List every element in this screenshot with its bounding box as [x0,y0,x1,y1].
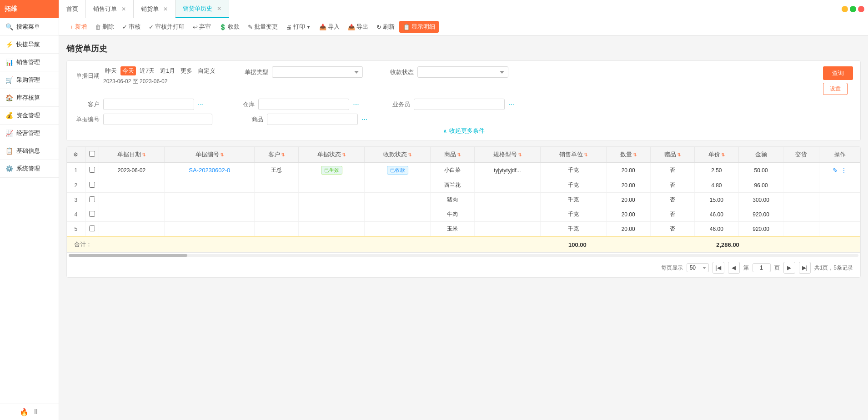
customer-ellipsis[interactable]: ··· [198,100,204,109]
th-gift[interactable]: 赠品⇅ [650,147,694,163]
show-detail-button[interactable]: 📋 显示明细 [399,21,439,33]
cell-checkbox-0[interactable] [85,163,99,178]
print-button[interactable]: 🖨 打印 ▼ [282,21,315,33]
date-shortcut-1month[interactable]: 近1月 [158,66,177,75]
settings-button[interactable]: 设置 [823,83,848,95]
tab-sales-delivery[interactable]: 销货单 ✕ [134,0,176,18]
sidebar-item-sys-mgmt[interactable]: ⚙️ 系统管理 [0,160,59,178]
th-unit-price[interactable]: 单价⇅ [694,147,738,163]
next-page-button[interactable]: ▶ [783,262,795,274]
payment-status-select[interactable] [417,66,508,78]
product-ellipsis[interactable]: ··· [361,115,367,124]
th-qty[interactable]: 数量⇅ [606,147,650,163]
th-product[interactable]: 商品⇅ [430,147,474,163]
row-checkbox-0[interactable] [89,167,95,173]
sidebar-bottom-icon2[interactable]: ⏸ [32,408,40,416]
page-size-select[interactable]: 50 100 200 [687,263,709,272]
new-button[interactable]: + 新增 [66,21,90,33]
cell-checkbox-3[interactable] [85,207,99,222]
tab-home[interactable]: 首页 [59,0,86,18]
page-number-input[interactable] [753,263,771,272]
sidebar-item-base-info[interactable]: 📋 基础信息 [0,142,59,160]
page-title: 销货单历史 [66,43,861,54]
cell-doc-no-2[interactable] [165,193,255,207]
sidebar-item-purchase[interactable]: 🛒 采购管理 [0,71,59,89]
collapse-button[interactable]: ∧ 收起更多条件 [74,125,853,135]
row-checkbox-1[interactable] [89,182,95,188]
import-button[interactable]: 📥 导入 [316,21,343,33]
cell-payment-status-1 [365,178,431,193]
cell-doc-no-0[interactable]: SA-20230602-0 [165,163,255,178]
th-doc-status[interactable]: 单据状态⇅ [299,147,365,163]
tab-sales-history-close[interactable]: ✕ [217,5,221,12]
cell-checkbox-4[interactable] [85,222,99,236]
cell-doc-no-3[interactable] [165,207,255,222]
date-shortcut-7days[interactable]: 近7天 [138,66,156,75]
sidebar-item-inventory[interactable]: 🏠 库存核算 [0,89,59,107]
doc-type-select[interactable] [272,66,363,78]
audit-button[interactable]: ✓ 审核 [119,21,144,33]
prev-page-button[interactable]: ◀ [728,262,740,274]
last-page-button[interactable]: ▶| [799,262,811,274]
doc-no-input[interactable] [103,114,212,125]
batch-change-button[interactable]: ✎ 批量变更 [244,21,281,33]
th-payment-status[interactable]: 收款状态⇅ [365,147,431,163]
close-button[interactable] [858,6,864,12]
salesperson-input[interactable] [414,99,505,110]
maximize-button[interactable] [850,6,856,12]
first-page-button[interactable]: |◀ [712,262,724,274]
sidebar-item-sales[interactable]: 📊 销售管理 [0,54,59,71]
cell-checkbox-1[interactable] [85,178,99,193]
collect-button[interactable]: 💲 收款 [216,21,243,33]
horizontal-scrollbar[interactable] [67,252,860,258]
th-customer[interactable]: 客户⇅ [255,147,299,163]
doc-no-link-0[interactable]: SA-20230602-0 [189,167,230,174]
sidebar-item-search[interactable]: 🔍 搜索菜单 [0,18,59,36]
more-icon-0[interactable]: ⋮ [841,167,847,174]
tab-sales-delivery-close[interactable]: ✕ [163,6,168,12]
minimize-button[interactable] [842,6,848,12]
abandon-icon: ↩ [193,24,198,30]
salesperson-ellipsis[interactable]: ··· [508,100,514,109]
tab-sales-order[interactable]: 销售订单 ✕ [86,0,134,18]
date-shortcut-more[interactable]: 更多 [179,66,194,75]
cell-doc-no-4[interactable] [165,222,255,236]
date-shortcut-custom[interactable]: 自定义 [196,66,217,75]
th-doc-date[interactable]: 单据日期⇅ [99,147,165,163]
scroll-thumb[interactable] [69,254,187,257]
th-unit[interactable]: 销售单位⇅ [540,147,606,163]
th-doc-no[interactable]: 单据编号⇅ [165,147,255,163]
date-shortcut-yesterday[interactable]: 昨天 [103,66,119,75]
refresh-button[interactable]: ↻ 刷新 [373,21,398,33]
abandon-label: 弃审 [199,23,211,31]
cell-checkbox-2[interactable] [85,193,99,207]
tab-sales-history[interactable]: 销货单历史 ✕ [176,0,229,18]
warehouse-ellipsis[interactable]: ··· [353,100,359,109]
th-settings[interactable]: ⚙ [67,147,85,163]
row-checkbox-3[interactable] [89,211,95,217]
warehouse-input[interactable] [258,99,349,110]
sidebar-bottom-icon1[interactable]: 🔥 [20,408,29,416]
customer-input[interactable] [103,99,194,110]
row-checkbox-2[interactable] [89,196,95,202]
date-shortcut-today[interactable]: 今天 [120,66,136,75]
export-button[interactable]: 📤 导出 [344,21,372,33]
delete-button[interactable]: 🗑 删除 [91,21,118,33]
abandon-button[interactable]: ↩ 弃审 [189,21,215,33]
product-input[interactable] [267,114,358,125]
sidebar-item-operations[interactable]: 📈 经营管理 [0,125,59,142]
query-button[interactable]: 查询 [823,66,853,80]
audit-print-button[interactable]: ✓ 审核并打印 [145,21,188,33]
sidebar-item-quick-nav[interactable]: ⚡ 快捷导航 [0,36,59,54]
sidebar-item-label: 资金管理 [16,111,40,120]
cell-action-2 [819,193,860,207]
edit-icon-0[interactable]: ✎ [833,167,838,174]
sidebar-item-finance[interactable]: 💰 资金管理 [0,107,59,125]
select-all-checkbox[interactable] [89,151,95,157]
th-doc-status-label: 单据状态 [317,151,341,158]
th-spec[interactable]: 规格型号⇅ [475,147,541,163]
cell-doc-status-4 [299,222,365,236]
cell-doc-no-1[interactable] [165,178,255,193]
tab-sales-order-close[interactable]: ✕ [121,6,126,12]
row-checkbox-4[interactable] [89,225,95,231]
